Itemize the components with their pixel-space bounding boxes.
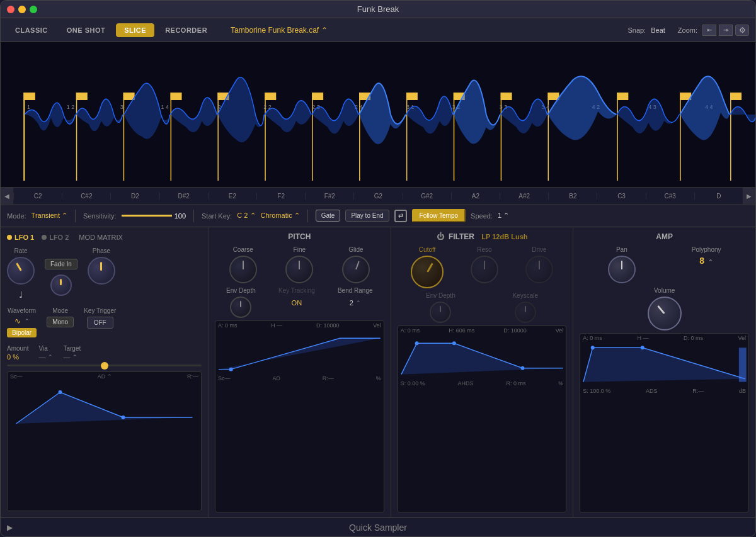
waveform-display[interactable]: 1 1 2 3 1 4 2 2 2 2 3 2 4 3 1 3 2 3 3 3 … — [1, 42, 755, 187]
amount-slider[interactable] — [7, 365, 202, 366]
coarse-label: Coarse — [233, 246, 253, 253]
glide-knob[interactable] — [342, 256, 370, 283]
amp-envelope[interactable]: A: 0 ms H — D: 0 ms Vel — [580, 333, 749, 512]
mode-value[interactable]: Transient ⌃ — [32, 212, 68, 220]
svg-rect-5 — [123, 93, 124, 181]
pitch-panel: PITCH Coarse Fine Glide — [209, 227, 391, 517]
lfo-mode-value[interactable]: Mono — [47, 317, 74, 327]
key-scroll-right[interactable]: ▶ — [743, 187, 755, 205]
svg-text:1: 1 — [27, 104, 30, 110]
amp-env-a: A: 0 ms — [583, 335, 602, 341]
pitch-env-sc: Sc— — [218, 375, 231, 382]
amount-row: Amount 0 % Via — ⌃ Target — ⌃ — [7, 345, 202, 361]
pitch-env-header: A: 0 ms H — D: 10000 Vel — [215, 321, 384, 329]
volume-knob[interactable] — [648, 297, 682, 331]
one-shot-mode-button[interactable]: ONE SHOT — [59, 23, 113, 37]
fade-in-knob[interactable] — [50, 274, 72, 296]
mode-controls-bar: Mode: Transient ⌃ Sensitivity: 100 Start… — [1, 205, 755, 227]
volume-group: Volume — [648, 287, 682, 331]
key-f2: F2 — [256, 193, 305, 200]
filter-envelope[interactable]: A: 0 ms H: 606 ms D: 10000 Vel — [398, 325, 567, 512]
svg-point-50 — [229, 368, 233, 371]
play-to-end-button[interactable]: Play to End — [345, 210, 389, 222]
pitch-env-ad: AD — [272, 375, 280, 382]
bend-range-value[interactable]: 2 ⌃ — [350, 299, 361, 307]
sensitivity-label: Sensitivity: — [83, 212, 117, 220]
fine-knob[interactable] — [285, 256, 313, 283]
key-scroll-left[interactable]: ◀ — [1, 187, 13, 205]
zoom-full-button[interactable]: ⇥ — [719, 25, 733, 36]
bend-range-icon: ⌃ — [356, 300, 361, 306]
pan-knob[interactable] — [608, 256, 636, 283]
cutoff-label: Cutoff — [419, 246, 436, 253]
zoom-controls: ⇤ ⇥ ⚙ — [702, 25, 749, 36]
drive-knob[interactable] — [525, 256, 553, 283]
window-title: Funk Break — [357, 4, 399, 14]
phase-group: Phase — [88, 247, 115, 285]
filter-env-depth-knob[interactable] — [430, 302, 451, 323]
coarse-knob[interactable] — [229, 256, 257, 283]
filter-env-s: S: 0.00 % — [401, 380, 425, 387]
speed-value[interactable]: 1 ⌃ — [498, 212, 509, 220]
amp-env-svg — [580, 341, 748, 385]
amp-title: AMP — [580, 232, 749, 241]
mod-matrix-tab[interactable]: MOD MATRIX — [79, 234, 122, 241]
pitch-env-h: H — — [271, 322, 282, 329]
filter-type-label[interactable]: LP 12dB Lush — [481, 233, 527, 240]
key-a2: A2 — [451, 193, 500, 200]
via-selector[interactable]: — ⌃ — [38, 353, 53, 361]
lfo1-tab[interactable]: LFO 1 — [7, 234, 34, 241]
reso-knob[interactable] — [471, 256, 498, 283]
maximize-button[interactable] — [30, 6, 37, 13]
key-tracking-group: Key Tracking ON — [278, 287, 315, 318]
svg-marker-30 — [730, 93, 742, 100]
filter-power-icon[interactable]: ⏻ — [437, 232, 444, 241]
waveform-selector[interactable]: ∿ ⌃ — [14, 317, 30, 325]
gate-button[interactable]: Gate — [316, 210, 341, 222]
snap-value[interactable]: Beat — [651, 26, 665, 34]
settings-button[interactable]: ⚙ — [735, 25, 749, 36]
play-button[interactable]: ▶ — [7, 523, 13, 532]
minimize-button[interactable] — [18, 6, 26, 13]
sensitivity-slider[interactable]: 100 — [122, 212, 186, 220]
separator-2 — [193, 210, 194, 222]
rate-knob[interactable] — [7, 257, 35, 285]
keyscale-group: Keyscale — [512, 292, 538, 323]
env-depth-knob[interactable] — [230, 297, 251, 318]
reso-group: Reso — [471, 246, 498, 288]
phase-knob[interactable] — [88, 257, 115, 285]
target-selector[interactable]: — ⌃ — [63, 353, 81, 361]
waveform-group: Waveform ∿ ⌃ Bipolar — [7, 307, 37, 337]
rate-group: Rate ♩ — [7, 247, 35, 302]
amp-env-r: R:— — [692, 388, 704, 394]
polyphony-value[interactable]: 8 ⌃ — [699, 256, 713, 266]
bipolar-badge[interactable]: Bipolar — [7, 328, 37, 337]
loop-button[interactable]: ⇄ — [394, 210, 407, 222]
lfo-tabs: LFO 1 LFO 2 MOD MATRIX — [7, 234, 202, 241]
zoom-label: Zoom: — [678, 26, 697, 34]
chromatic-value[interactable]: Chromatic ⌃ — [261, 212, 300, 220]
slice-mode-button[interactable]: SLICE — [116, 23, 154, 37]
drive-group: Drive — [525, 246, 553, 288]
recorder-mode-button[interactable]: RECORDER — [157, 23, 215, 37]
sensitivity-track — [122, 215, 172, 217]
start-key-value[interactable]: C 2 ⌃ — [237, 212, 255, 220]
pitch-envelope[interactable]: A: 0 ms H — D: 10000 Vel Sc— AD — [215, 320, 384, 512]
lfo2-tab[interactable]: LFO 2 — [42, 234, 69, 241]
svg-point-56 — [591, 346, 595, 349]
cutoff-knob[interactable] — [411, 256, 444, 288]
window-controls — [7, 6, 37, 13]
classic-mode-button[interactable]: CLASSIC — [7, 23, 56, 37]
lfo-envelope[interactable]: Sc— AD ⌃ R:— — [7, 371, 202, 511]
key-trigger-value[interactable]: OFF — [87, 317, 113, 329]
fade-in-badge[interactable]: Fade In — [45, 259, 77, 269]
keyscale-knob[interactable] — [515, 302, 536, 323]
filter-env-vel: Vel — [556, 327, 564, 334]
key-labels-bar: ◀ C2 C#2 D2 D#2 E2 F2 F#2 G2 G#2 A2 A#2 … — [1, 187, 755, 205]
amount-slider-thumb[interactable] — [101, 362, 108, 370]
follow-tempo-button[interactable]: Follow Tempo — [412, 209, 466, 222]
zoom-fit-button[interactable]: ⇤ — [702, 25, 716, 36]
close-button[interactable] — [7, 6, 14, 13]
lfo-bottom-row: Waveform ∿ ⌃ Bipolar Mode Mono Key Trigg… — [7, 307, 202, 337]
file-name-display[interactable]: Tamborine Funk Break.caf ⌃ — [231, 26, 328, 35]
